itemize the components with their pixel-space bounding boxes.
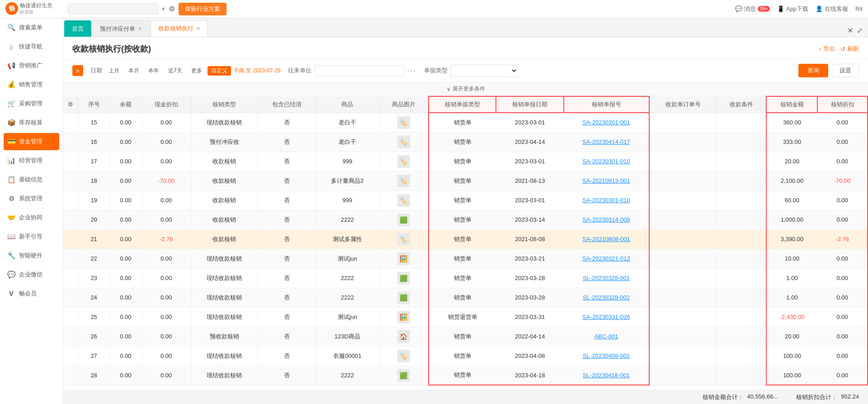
sidebar-item-shortcut[interactable]: ⌂ 快捷导航	[0, 37, 63, 56]
table-row: 17 0.00 0.00 收款核销 否 999 🏷️ 销货单 2023-03-0…	[63, 152, 868, 171]
cell-cancel-bill-no[interactable]: SL-20230418-001	[564, 366, 649, 385]
cell-seq: 28	[78, 366, 110, 385]
cell-cancel-bill-no[interactable]: SA-20230414-017	[564, 132, 649, 152]
filter-expand-button[interactable]: »	[72, 65, 83, 76]
cell-gear	[63, 288, 78, 307]
cell-product-image: 🏷️	[379, 132, 429, 152]
cell-seq: 22	[78, 249, 110, 268]
date-opt-last-month[interactable]: 上月	[105, 66, 123, 76]
tab-prepay-close[interactable]: ✕	[138, 26, 142, 32]
query-button[interactable]: 查询	[798, 64, 828, 77]
sidebar-item-purchase[interactable]: 🛒 采购管理	[0, 94, 63, 113]
cell-cancel-bill-no[interactable]: SA-20230321-012	[564, 249, 649, 268]
search-input[interactable]	[68, 4, 158, 14]
export-button[interactable]: ↑ 导出	[819, 45, 835, 53]
cell-payment-condition	[717, 229, 766, 249]
cell-gear	[63, 171, 78, 190]
cell-receipt-order-no	[649, 229, 717, 249]
cell-cancel-bill-no[interactable]: ABC-001	[564, 327, 649, 346]
cell-seq: 16	[78, 132, 110, 152]
tab-prepay[interactable]: 预付冲应付单 ✕	[92, 20, 150, 37]
date-opt-more[interactable]: 更多	[188, 66, 206, 76]
search-area: ▾ ⚙ 体验行业方案	[68, 3, 731, 15]
online-service-button[interactable]: 👤 在线客服	[816, 5, 848, 13]
cancel-bill-no-link[interactable]: SL-20230408-001	[583, 352, 630, 359]
cell-gear	[63, 366, 78, 385]
settings-icon[interactable]: ⚙	[169, 5, 175, 13]
cancel-bill-no-link[interactable]: SA-20230301-010	[582, 197, 630, 204]
close-window-button[interactable]: ✕	[847, 26, 853, 35]
cell-cancel-bill-no[interactable]: SA-20230301-010	[564, 152, 649, 171]
cancel-bill-no-link[interactable]: SL-20230418-001	[583, 372, 630, 379]
cancel-bill-no-link[interactable]: SA-20230331-026	[582, 314, 630, 320]
user-button[interactable]: Rit	[855, 5, 863, 12]
cell-product: 测试jun	[316, 249, 379, 268]
cell-cancel-type: 现结收款核销	[191, 268, 258, 288]
app-download-button[interactable]: 📱 App下载	[777, 5, 808, 13]
cell-cancel-bill-no[interactable]: SL-20230328-002	[564, 288, 649, 307]
expand-more-button[interactable]: ∨ 展开更多条件	[447, 85, 485, 93]
cell-cancel-bill-no[interactable]: SL-20230408-001	[564, 346, 649, 366]
cell-cash-discount: 0.00	[142, 346, 191, 366]
cancel-bill-no-link[interactable]: SL-20230328-001	[583, 275, 630, 281]
tab-home[interactable]: 首页	[64, 20, 91, 37]
sidebar-item-marketing[interactable]: 📢 营销推广	[0, 56, 63, 75]
date-opt-this-year[interactable]: 本年	[145, 66, 163, 76]
cancel-bill-no-link[interactable]: SA-20230301-001	[582, 119, 630, 126]
chevron-icon[interactable]: ▾	[162, 5, 165, 12]
cell-cancel-bill-no[interactable]: SA-20230301-010	[564, 190, 649, 210]
cancel-bill-no-link[interactable]: SA-20230301-010	[582, 158, 630, 165]
maximize-button[interactable]: ⤢	[857, 26, 863, 35]
cancel-bill-no-link[interactable]: SA-20210808-001	[582, 236, 630, 242]
from-unit-input[interactable]	[314, 65, 405, 76]
sidebar-item-basic[interactable]: 📋 基础信息	[0, 170, 63, 189]
cell-cancel-bill-no[interactable]: SA-20230301-001	[564, 113, 649, 132]
sidebar-label-hardware: 智能硬件	[19, 252, 42, 260]
footer-cancel-amount: 核销金额合计： 40,556,66...	[703, 393, 778, 401]
industry-button[interactable]: 体验行业方案	[179, 3, 226, 15]
cell-cancel-bill-date: 2021-08-13	[496, 171, 564, 190]
refresh-button[interactable]: ↺ 刷新	[840, 45, 859, 53]
cell-balance: 0.00	[110, 210, 142, 229]
cancel-bill-no-link[interactable]: SL-20230328-002	[583, 294, 630, 301]
cell-cancel-type: 预付冲应收	[191, 132, 258, 152]
footer-cancel-discount: 核销折扣合计： 952.24	[796, 393, 859, 401]
cell-cancel-bill-no[interactable]: SA-20210808-001	[564, 229, 649, 249]
date-opt-7days[interactable]: 近7天	[165, 66, 186, 76]
cell-product: 衣服00001	[316, 346, 379, 366]
cell-cancel-bill-no[interactable]: SL-20230328-001	[564, 268, 649, 288]
cancel-bill-no-link[interactable]: SA-20230314-008	[582, 216, 630, 223]
sidebar-item-wechat[interactable]: 💬 企业微信	[0, 265, 63, 284]
sidebar-item-sales[interactable]: 💰 销售管理	[0, 75, 63, 94]
cancel-bill-no-link[interactable]: SA-20230321-012	[582, 255, 630, 262]
cell-cancel-bill-no[interactable]: SA-20230331-026	[564, 307, 649, 327]
cancel-bill-no-link[interactable]: ABC-001	[594, 333, 618, 340]
sidebar-item-guide[interactable]: 📖 新手引导	[0, 227, 63, 246]
sidebar-item-finance[interactable]: 💳 资金管理	[4, 133, 59, 150]
date-opt-custom[interactable]: 自定义	[208, 66, 231, 76]
sidebar-item-hardware[interactable]: 🔧 智能硬件	[0, 246, 63, 265]
sidebar-item-operation[interactable]: 📊 经营管理	[0, 151, 63, 170]
cell-cancel-bill-no[interactable]: SA-20230314-008	[564, 210, 649, 229]
bill-type-select[interactable]	[450, 65, 518, 77]
sidebar-item-enterprise[interactable]: 🤝 企业协同	[0, 208, 63, 227]
sidebar-item-vip[interactable]: V 畅会员	[0, 284, 63, 303]
page-actions: ↑ 导出 ↺ 刷新	[819, 45, 859, 53]
cancel-bill-no-link[interactable]: SA-20230414-017	[582, 138, 630, 145]
cell-cancel-bill-no[interactable]: SA-20210813-001	[564, 171, 649, 190]
cell-include-settled: 否	[258, 346, 316, 366]
date-opt-this-month[interactable]: 本月	[125, 66, 143, 76]
export-label: 导出	[823, 45, 835, 53]
message-button[interactable]: 💬 消息 99+	[735, 5, 770, 13]
tab-receipts[interactable]: 收款核销执行 ✕	[151, 20, 208, 37]
tab-receipts-close[interactable]: ✕	[196, 26, 200, 32]
app-icon: 📱	[777, 5, 784, 12]
cell-balance: 0.00	[110, 113, 142, 132]
sidebar-item-system[interactable]: ⚙ 系统管理	[0, 189, 63, 208]
sidebar-item-inventory[interactable]: 📦 库存核算	[0, 113, 63, 132]
sidebar-item-search[interactable]: 🔍 搜索菜单	[0, 18, 63, 37]
cancel-bill-no-link[interactable]: SA-20210813-001	[582, 177, 630, 184]
col-gear[interactable]: ⚙	[63, 96, 78, 113]
filter-settings-button[interactable]: 设置	[832, 64, 859, 77]
cell-receipt-order-no	[649, 171, 717, 190]
